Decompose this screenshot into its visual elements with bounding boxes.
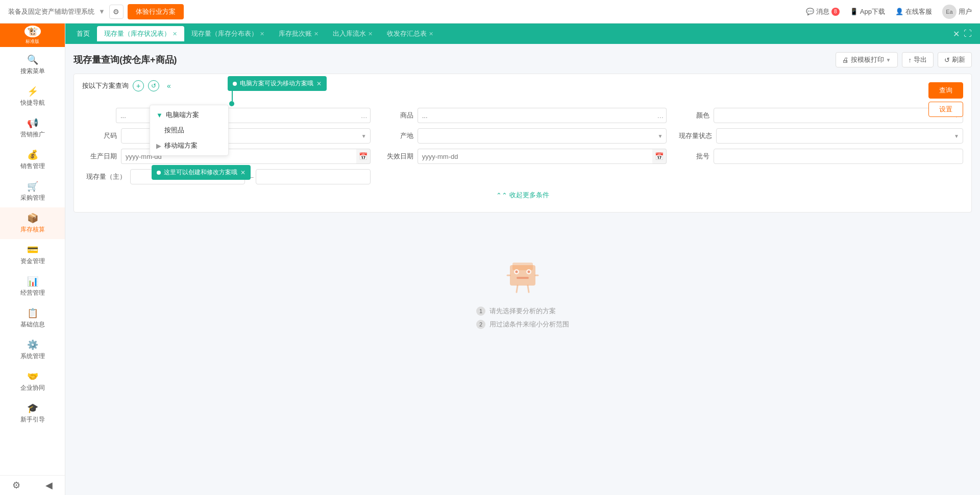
tooltip1-container: 电脑方案可设为移动方案哦 ✕ <box>228 76 327 106</box>
collapse-up-icon: ⌃⌃ <box>496 192 507 199</box>
batch-label: 批号 <box>679 152 709 161</box>
tab-inventory-dist[interactable]: 现存量（库存分布表） ✕ <box>184 26 272 41</box>
trial-button[interactable]: 体验行业方案 <box>128 4 184 19</box>
scheme-item-mobile[interactable]: ▶ 移动端方案 <box>150 138 228 153</box>
batch-input[interactable] <box>714 149 963 164</box>
top-bar-left: 装备及固定资产辅助管理系统 ▼ ⚙ 体验行业方案 <box>8 4 184 19</box>
tab-close-recv-summary[interactable]: ✕ <box>429 31 433 37</box>
tab-inventory-batch[interactable]: 库存批次账 ✕ <box>272 26 326 41</box>
export-button[interactable]: ↑ 导出 <box>902 52 934 67</box>
content-area: 首页 现存量（库存状况表） ✕ 现存量（库存分布表） ✕ 库存批次账 ✕ 出入库… <box>65 23 980 495</box>
goods-input[interactable] <box>418 108 655 123</box>
collapse-button[interactable]: ⌃⌃ 收起更多条件 <box>496 191 549 200</box>
phone-icon: 📱 <box>850 8 858 15</box>
scheme-item-pc[interactable]: ▼ 电脑端方案 <box>150 107 228 123</box>
sidebar-item-sales[interactable]: 💰 销售管理 <box>0 144 65 176</box>
tab-home-label: 首页 <box>77 29 90 38</box>
scheme-arrow-icon2: ▶ <box>156 142 161 150</box>
finance-icon: 💳 <box>27 244 38 255</box>
filter-add-button[interactable]: + <box>133 80 144 91</box>
stock-status-select[interactable] <box>716 128 963 144</box>
sidebar-item-newbie[interactable]: 🎓 新手引导 <box>0 397 65 429</box>
print-button[interactable]: 🖨 按模板打印 ▼ <box>836 52 898 67</box>
search-button[interactable]: 查询 <box>928 82 963 99</box>
tab-inventory-status[interactable]: 现存量（库存状况表） ✕ <box>97 26 184 41</box>
sidebar-item-inventory[interactable]: 📦 库存核算 <box>0 207 65 239</box>
logo-icon: 🐮 <box>24 26 41 37</box>
filter-arrow-button[interactable]: « <box>163 80 175 91</box>
goods-label: 商品 <box>383 111 413 120</box>
user-label: 用户 <box>959 7 972 16</box>
expire-date-label: 失效日期 <box>383 152 413 161</box>
sidebar-item-label: 快捷导航 <box>20 99 45 107</box>
tab-close-inventory-batch[interactable]: ✕ <box>314 31 318 37</box>
sidebar-item-operation[interactable]: 📊 经营管理 <box>0 271 65 302</box>
tooltip2-container: 这里可以创建和修改方案哦 ✕ <box>152 165 251 180</box>
tab-fullscreen-icon[interactable]: ⛶ <box>964 29 972 38</box>
sidebar-item-enterprise[interactable]: 🤝 企业协同 <box>0 366 65 397</box>
sidebar-item-purchase[interactable]: 🛒 采购管理 <box>0 176 65 207</box>
tooltip1-close[interactable]: ✕ <box>316 80 322 87</box>
refresh-button[interactable]: ↺ 刷新 <box>938 52 972 67</box>
sidebar-item-finance[interactable]: 💳 资金管理 <box>0 239 65 271</box>
enterprise-icon: 🤝 <box>27 371 38 382</box>
filter-refresh-button[interactable]: ↺ <box>148 80 159 91</box>
sidebar-item-baseinfo[interactable]: 📋 基础信息 <box>0 302 65 334</box>
tab-close-inventory-dist[interactable]: ✕ <box>260 31 264 37</box>
tab-recv-summary[interactable]: 收发存汇总表 ✕ <box>380 26 440 41</box>
tab-recv-summary-label: 收发存汇总表 <box>387 29 427 38</box>
filter-expire-date: 失效日期 📅 <box>383 149 667 164</box>
online-support-item[interactable]: 👤 在线客服 <box>895 7 932 16</box>
empty-tip-1: 1 请先选择要分析的方案 <box>476 307 569 316</box>
scheme-arrow-icon: ▼ <box>156 111 163 119</box>
scheme-item-goods[interactable]: 按照品 <box>150 123 228 138</box>
sidebar-item-label: 基础信息 <box>20 320 45 329</box>
sidebar-item-marketing[interactable]: 📢 营销推广 <box>0 112 65 144</box>
settings-bottom-icon[interactable]: ⚙ <box>12 480 20 491</box>
user-avatar: Ea <box>942 5 957 19</box>
message-item[interactable]: 💬 消息 8 <box>806 7 840 16</box>
sidebar-item-label: 经营管理 <box>20 289 45 297</box>
tooltip2-text: 这里可以创建和修改方案哦 <box>164 168 237 177</box>
sidebar-item-label: 企业协同 <box>20 384 45 392</box>
message-badge: 8 <box>831 8 840 16</box>
main-area: 🐮 标准版 🔍 搜索菜单 ⚡ 快捷导航 📢 营销推广 💰 销售 <box>0 23 980 495</box>
goods-more-btn[interactable]: … <box>654 108 667 123</box>
scheme-mobile-name: 移动端方案 <box>164 141 198 150</box>
app-download-item[interactable]: 📱 App下载 <box>850 7 885 16</box>
user-item[interactable]: Ea 用户 <box>942 5 972 19</box>
collapse-sidebar-icon[interactable]: ◀ <box>45 480 53 491</box>
sales-icon: 💰 <box>27 149 38 160</box>
stock-main-to-input[interactable] <box>256 169 371 184</box>
produce-date-calendar-icon[interactable]: 📅 <box>356 149 371 164</box>
online-support-label: 在线客服 <box>905 7 932 16</box>
sidebar-item-search[interactable]: 🔍 搜索菜单 <box>0 49 65 81</box>
warehouse-more-btn[interactable]: … <box>358 108 371 123</box>
tab-home[interactable]: 首页 <box>69 26 97 41</box>
tooltip2-close[interactable]: ✕ <box>240 169 246 176</box>
expire-date-calendar-icon[interactable]: 📅 <box>652 149 667 164</box>
print-dropdown-icon: ▼ <box>886 57 891 63</box>
gear-icon[interactable]: ⚙ <box>109 5 124 19</box>
marketing-icon: 📢 <box>27 117 38 129</box>
expire-date-input[interactable] <box>418 149 653 164</box>
tab-close-inventory-status[interactable]: ✕ <box>173 31 177 37</box>
reset-button[interactable]: 设置 <box>928 102 963 117</box>
empty-tip-2: 2 用过滤条件来缩小分析范围 <box>476 320 569 329</box>
tab-close-all-icon[interactable]: ✕ <box>953 29 960 39</box>
tab-inout-flow[interactable]: 出入库流水 ✕ <box>326 26 380 41</box>
sidebar-item-quick-nav[interactable]: ⚡ 快捷导航 <box>0 81 65 112</box>
svg-line-9 <box>517 286 518 292</box>
sidebar-item-system[interactable]: ⚙️ 系统管理 <box>0 334 65 366</box>
color-select[interactable] <box>714 108 963 123</box>
system-select-icon[interactable]: ▼ <box>99 8 105 15</box>
top-bar: 装备及固定资产辅助管理系统 ▼ ⚙ 体验行业方案 💬 消息 8 📱 App下载 … <box>0 0 980 23</box>
export-label: 导出 <box>914 55 927 64</box>
sidebar: 🐮 标准版 🔍 搜索菜单 ⚡ 快捷导航 📢 营销推广 💰 销售 <box>0 23 65 495</box>
scheme-name: 电脑端方案 <box>166 110 199 120</box>
tooltip1-connector-line <box>232 91 233 101</box>
tab-actions: ✕ ⛶ <box>949 29 976 39</box>
sidebar-item-label: 采购管理 <box>20 194 45 202</box>
origin-select[interactable] <box>418 128 667 144</box>
tab-close-inout-flow[interactable]: ✕ <box>368 31 373 37</box>
